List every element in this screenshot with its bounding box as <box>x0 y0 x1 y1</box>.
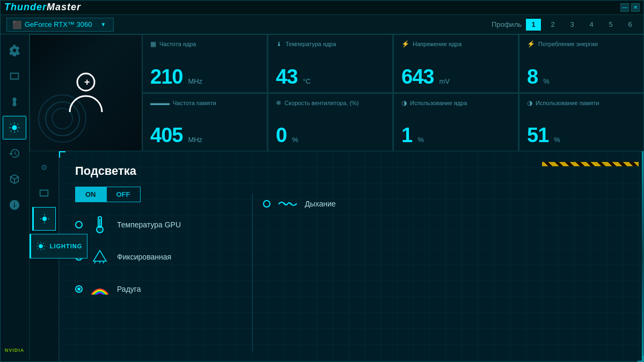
profile-2[interactable]: 2 <box>545 19 560 31</box>
thermometer-icon <box>90 215 109 234</box>
sidebar-item-settings[interactable] <box>3 39 26 62</box>
sidebar-item-fan[interactable] <box>3 90 26 114</box>
window-controls: — ✕ <box>620 3 640 12</box>
profile-6[interactable]: 6 <box>623 19 638 31</box>
power-icon: ⚡ <box>527 40 535 48</box>
fan-speed-icon: ❄ <box>276 99 281 107</box>
profile-4[interactable]: 4 <box>584 19 599 31</box>
title-bar: ThunderMaster — ✕ <box>0 0 644 15</box>
gpu-selector[interactable]: ⬛ GeForce RTX™ 3060 ▼ <box>6 18 114 32</box>
core-freq-label: Частота ядра <box>159 41 196 47</box>
sidebar-item-gpu[interactable] <box>3 64 26 88</box>
core-volt-label: Напряжение ядра <box>413 41 462 47</box>
svg-point-4 <box>42 217 47 221</box>
corner-tl <box>59 151 65 158</box>
rainbow-label: Радуга <box>117 285 141 293</box>
vertical-divider <box>252 194 253 351</box>
gpu-avatar: + <box>67 70 105 115</box>
gpu-temp-label: Температура GPU <box>117 220 181 229</box>
close-button[interactable]: ✕ <box>631 3 640 12</box>
core-freq-unit: MHz <box>188 77 202 85</box>
toggle-on-button[interactable]: ON <box>75 187 106 202</box>
stats-area: + ▦ Частота ядра 210 MHz 🌡 <box>30 34 644 151</box>
nav-settings[interactable]: ⚙ <box>32 156 56 179</box>
mem-usage-value: 51 <box>527 125 548 145</box>
stat-mem-usage: ◑ Использование памяти 51 % <box>519 93 644 152</box>
core-volt-value: 643 <box>401 67 434 87</box>
sidebar-item-package[interactable] <box>3 167 26 191</box>
profile-1[interactable]: 1 <box>526 19 541 31</box>
toggle-off-button[interactable]: OFF <box>106 187 141 202</box>
mem-usage-unit: % <box>554 136 560 144</box>
nav-gpu[interactable] <box>32 181 56 205</box>
core-usage-icon: ◑ <box>401 99 407 107</box>
stat-core-temp: 🌡 Температура ядра 43 °C <box>268 34 393 93</box>
logo-thunder: Thunder <box>4 2 47 12</box>
svg-point-12 <box>290 203 291 204</box>
sidebar-item-lighting[interactable] <box>3 116 26 139</box>
power-unit: % <box>543 77 550 85</box>
option-fixed[interactable]: Фиксированная <box>75 247 628 267</box>
svg-point-11 <box>283 203 285 204</box>
profile-3[interactable]: 3 <box>565 19 580 31</box>
gpu-image: + <box>30 35 142 151</box>
sidebar-item-history[interactable] <box>3 142 26 165</box>
sidebar: NVIDIA <box>0 34 30 362</box>
logo-master: Master <box>47 2 81 12</box>
breathing-label: Дыхание <box>305 200 336 208</box>
right-accent <box>642 151 644 362</box>
fixed-icon <box>90 247 109 267</box>
fixed-label: Фиксированная <box>117 253 171 261</box>
fan-speed-value: 0 <box>276 125 287 145</box>
nvidia-logo: NVIDIA <box>5 348 25 353</box>
mem-freq-value: 405 <box>150 125 182 145</box>
radio-breathing[interactable] <box>263 200 270 208</box>
mem-freq-unit: MHz <box>188 136 202 144</box>
gpu-bar: ⬛ GeForce RTX™ 3060 ▼ Профиль 1 2 3 4 5 … <box>0 15 644 34</box>
nav-lighting-active[interactable] <box>32 207 56 231</box>
svg-point-13 <box>39 244 43 248</box>
section-title: Подсветка <box>59 151 644 187</box>
power-value: 8 <box>527 67 538 87</box>
profile-5[interactable]: 5 <box>603 19 618 31</box>
stat-fan-speed: ❄ Скорость вентилятора. (%) 0 % <box>268 93 393 152</box>
core-volt-icon: ⚡ <box>401 40 409 48</box>
core-usage-unit: % <box>418 136 424 144</box>
breathing-icon <box>278 194 297 213</box>
rainbow-icon <box>90 279 109 299</box>
option-breathing[interactable]: Дыхание <box>263 194 336 213</box>
option-gpu-temp[interactable]: Температура GPU <box>75 215 628 234</box>
sidebar-item-info[interactable] <box>3 193 26 217</box>
nvidia-badge: NVIDIA <box>5 348 25 358</box>
svg-text:+: + <box>84 77 90 87</box>
core-temp-label: Температура ядра <box>286 41 336 47</box>
stat-core-volt: ⚡ Напряжение ядра 643 mV <box>393 34 518 93</box>
lighting-tab[interactable]: LIGHTING <box>30 234 87 258</box>
core-temp-unit: °C <box>303 77 311 85</box>
minimize-button[interactable]: — <box>620 3 629 12</box>
core-volt-unit: mV <box>439 77 450 85</box>
lighting-tab-label: LIGHTING <box>50 243 83 249</box>
toggle-group: ON OFF <box>75 187 628 202</box>
svg-point-1 <box>12 125 17 130</box>
profile-bar: Профиль 1 2 3 4 5 6 <box>492 19 638 31</box>
gpu-dropdown-arrow: ▼ <box>100 21 106 27</box>
gpu-panel: + <box>30 34 142 151</box>
corner-br <box>638 356 644 362</box>
option-rainbow[interactable]: Радуга <box>75 279 628 299</box>
core-usage-label: Использование ядра <box>410 100 467 106</box>
mem-freq-label: Частота памяти <box>173 100 216 106</box>
main-area: NVIDIA + <box>0 34 644 362</box>
radio-gpu-temp[interactable] <box>75 221 83 228</box>
fan-speed-unit: % <box>292 136 298 144</box>
fan-speed-label: Скорость вентилятора. (%) <box>284 100 359 106</box>
core-temp-icon: 🌡 <box>276 40 282 48</box>
mem-usage-label: Использование памяти <box>536 100 599 106</box>
power-label: Потребление энергии <box>538 41 598 47</box>
radio-rainbow[interactable] <box>75 285 83 293</box>
core-usage-value: 1 <box>401 125 412 145</box>
core-temp-value: 43 <box>276 67 297 87</box>
mem-usage-icon: ◑ <box>527 99 532 107</box>
lighting-content: Подсветка ON OFF <box>59 151 644 362</box>
gpu-name: GeForce RTX™ 3060 <box>25 20 92 28</box>
